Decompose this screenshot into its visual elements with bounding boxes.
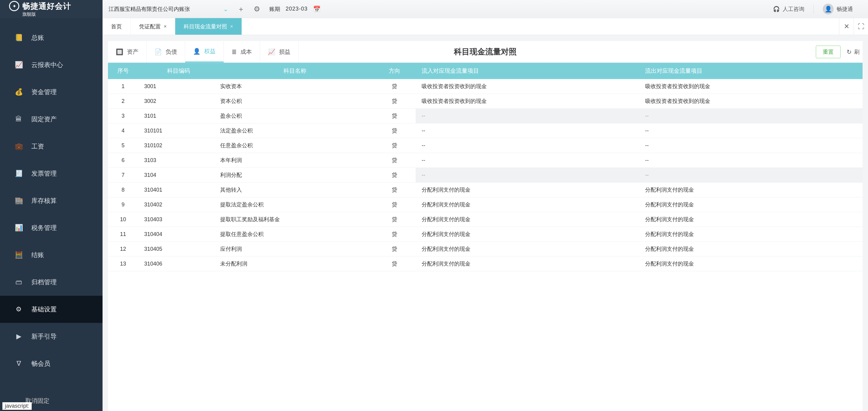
add-icon[interactable]: ＋ [237, 4, 245, 14]
filter-tab-2[interactable]: 👤权益 [185, 41, 224, 62]
consult-link[interactable]: 🎧 人工咨询 [773, 5, 804, 13]
sidebar-item-11[interactable]: ▶新手引导 [0, 323, 102, 350]
cell: 其他转入 [217, 182, 373, 197]
filter-tab-4[interactable]: 📈损益 [260, 41, 299, 62]
cell: 3101 [138, 109, 217, 123]
table-row[interactable]: 4310101法定盈余公积贷---- [108, 123, 863, 138]
filter-icon: ≣ [231, 48, 237, 56]
table-row[interactable]: 13310406未分配利润贷分配利润支付的现金分配利润支付的现金 [108, 257, 863, 271]
period-label: 账期 [269, 5, 280, 13]
cell: 分配利润支付的现金 [415, 257, 639, 271]
page-tabs: 首页凭证配置×科目现金流量对照× ✕ ⛶ [102, 18, 868, 35]
cell: 提取职工奖励及福利基金 [217, 212, 373, 227]
cell: 5 [108, 138, 138, 153]
cell: 13 [108, 257, 138, 271]
cell: 310406 [138, 257, 217, 271]
table-row[interactable]: 13001实收资本贷吸收投资者投资收到的现金吸收投资者投资收到的现金 [108, 79, 863, 94]
sidebar-icon: 📊 [14, 224, 23, 232]
page-tab-1[interactable]: 凭证配置× [131, 18, 175, 35]
cell: 贷 [373, 79, 415, 94]
sidebar-item-1[interactable]: 📈云报表中心 [0, 51, 102, 79]
sidebar-label: 畅会员 [31, 359, 50, 368]
sidebar-label: 云报表中心 [31, 61, 63, 69]
filter-label: 损益 [279, 48, 290, 56]
sidebar-item-8[interactable]: 🧮结账 [0, 241, 102, 269]
sidebar-item-7[interactable]: 📊税务管理 [0, 214, 102, 241]
column-header: 科目编码 [138, 63, 217, 79]
cell: 贷 [373, 153, 415, 168]
company-name: 江西服宝精品有限责任公司内账张 [108, 5, 190, 13]
table-row[interactable]: 8310401其他转入贷分配利润支付的现金分配利润支付的现金 [108, 182, 863, 197]
user-name: 畅捷通 [837, 5, 853, 13]
sidebar-label: 资金管理 [31, 88, 57, 96]
close-icon[interactable]: × [230, 24, 233, 29]
sidebar-item-12[interactable]: ∇畅会员 [0, 350, 102, 377]
logo-edition: 旗舰版 [22, 11, 36, 17]
logo-block: 畅捷通好会计 旗舰版 [0, 0, 102, 18]
refresh-button[interactable]: ↻ 刷 [846, 48, 860, 56]
cell: 3104 [138, 168, 217, 182]
table-row[interactable]: 5310102任意盈余公积贷---- [108, 138, 863, 153]
table-row[interactable]: 9310402提取法定盈余公积贷分配利润支付的现金分配利润支付的现金 [108, 197, 863, 212]
table-row[interactable]: 73104利润分配贷---- [108, 168, 863, 182]
table-row[interactable]: 33101盈余公积贷---- [108, 109, 863, 123]
cell: 分配利润支付的现金 [415, 182, 639, 197]
cell: -- [639, 109, 863, 123]
close-icon[interactable]: × [164, 24, 166, 29]
cell: 吸收投资者投资收到的现金 [415, 94, 639, 109]
table-row[interactable]: 12310405应付利润贷分配利润支付的现金分配利润支付的现金 [108, 242, 863, 257]
cell: -- [415, 123, 639, 138]
cell: 利润分配 [217, 168, 373, 182]
table-row[interactable]: 23002资本公积贷吸收投资者投资收到的现金吸收投资者投资收到的现金 [108, 94, 863, 109]
reset-button[interactable]: 重置 [816, 46, 841, 58]
page-tab-2[interactable]: 科目现金流量对照× [175, 18, 242, 35]
cell: 吸收投资者投资收到的现金 [639, 94, 863, 109]
sidebar-item-2[interactable]: 💰资金管理 [0, 79, 102, 106]
cell: 应付利润 [217, 242, 373, 257]
cell: 1 [108, 79, 138, 94]
filter-tab-1[interactable]: 📄负债 [147, 41, 185, 62]
gear-icon[interactable]: ⚙ [254, 5, 260, 13]
app-header: 畅捷通好会计 旗舰版 江西服宝精品有限责任公司内账张 ⌄ ＋ ⚙ 账期 2023… [0, 0, 868, 18]
filter-tab-3[interactable]: ≣成本 [224, 41, 260, 62]
page-tab-0[interactable]: 首页 [102, 18, 131, 35]
avatar-icon: 👤 [823, 4, 834, 14]
filter-icon: 👤 [193, 48, 200, 55]
sidebar-item-9[interactable]: 🗃归档管理 [0, 269, 102, 296]
cell: 贷 [373, 182, 415, 197]
cell: 8 [108, 182, 138, 197]
table-row[interactable]: 10310403提取职工奖励及福利基金贷分配利润支付的现金分配利润支付的现金 [108, 212, 863, 227]
tab-label: 首页 [111, 23, 122, 30]
cell: 6 [108, 153, 138, 168]
chevron-down-icon: ⌄ [223, 5, 228, 13]
sidebar-item-5[interactable]: 🧾发票管理 [0, 160, 102, 187]
sidebar-icon: ∇ [14, 360, 23, 368]
cell: 分配利润支付的现金 [639, 242, 863, 257]
sidebar-label: 固定资产 [31, 115, 57, 123]
company-selector[interactable]: 江西服宝精品有限责任公司内账张 ⌄ [108, 0, 228, 18]
table-row[interactable]: 63103本年利润贷---- [108, 153, 863, 168]
filter-tab-0[interactable]: 🔲资产 [108, 41, 147, 62]
cell: 7 [108, 168, 138, 182]
column-header: 方向 [373, 63, 415, 79]
sidebar-item-6[interactable]: 🏬库存核算 [0, 187, 102, 214]
sidebar-item-10[interactable]: ⚙基础设置 [0, 296, 102, 323]
refresh-icon: ↻ [846, 48, 852, 56]
cell: 实收资本 [217, 79, 373, 94]
calendar-icon[interactable]: 📅 [313, 5, 320, 13]
sidebar-icon: ⚙ [14, 305, 23, 313]
sidebar-icon: 🏛 [14, 115, 23, 123]
sidebar-item-0[interactable]: 📒总账 [0, 24, 102, 51]
sidebar-item-3[interactable]: 🏛固定资产 [0, 106, 102, 133]
sidebar-item-4[interactable]: 💼工资 [0, 133, 102, 160]
user-menu[interactable]: 👤 畅捷通 [823, 4, 853, 14]
table-row[interactable]: 11310404提取任意盈余公积贷分配利润支付的现金分配利润支付的现金 [108, 227, 863, 242]
fullscreen-button[interactable]: ⛶ [854, 18, 868, 35]
sidebar-label: 新手引导 [31, 332, 57, 341]
cell: 分配利润支付的现金 [639, 197, 863, 212]
cell: 提取任意盈余公积 [217, 227, 373, 242]
close-tab-button[interactable]: ✕ [839, 18, 854, 35]
sidebar-label: 基础设置 [31, 305, 57, 314]
filter-label: 资产 [127, 48, 138, 56]
period-value[interactable]: 2023-03 [286, 6, 308, 12]
